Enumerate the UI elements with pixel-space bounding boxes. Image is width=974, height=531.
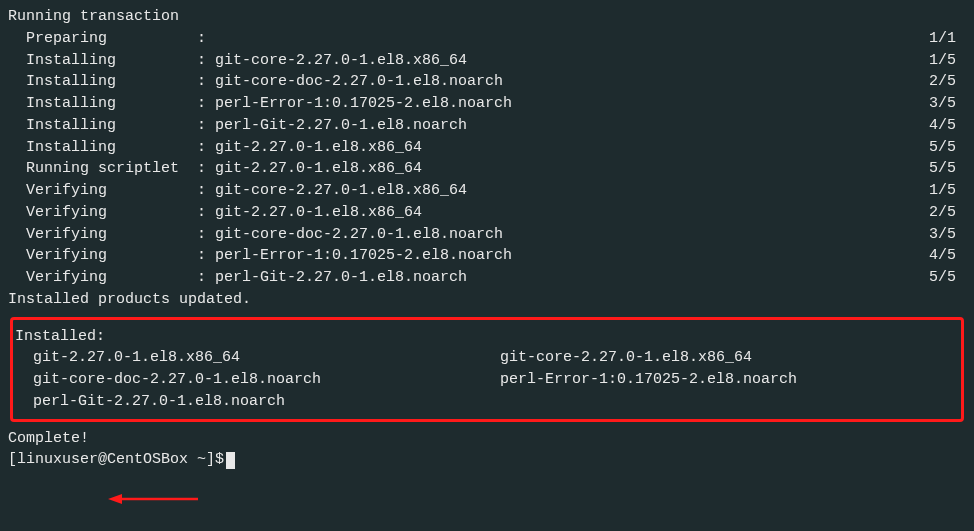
colon: : bbox=[197, 158, 215, 180]
package-name: git-core-2.27.0-1.el8.x86_64 bbox=[215, 50, 929, 72]
action-label: Installing bbox=[26, 93, 197, 115]
colon: : bbox=[197, 267, 215, 289]
action-label: Verifying bbox=[26, 224, 197, 246]
cursor-block-icon bbox=[226, 452, 235, 469]
progress-counter: 5/5 bbox=[929, 158, 966, 180]
package-name: git-core-2.27.0-1.el8.x86_64 bbox=[215, 180, 929, 202]
package-name: git-2.27.0-1.el8.x86_64 bbox=[215, 137, 929, 159]
action-label: Installing bbox=[26, 50, 197, 72]
arrow-annotation-icon bbox=[108, 492, 198, 506]
colon: : bbox=[197, 50, 215, 72]
installed-grid: git-2.27.0-1.el8.x86_64 git-core-2.27.0-… bbox=[15, 347, 959, 412]
action-label: Installing bbox=[26, 71, 197, 93]
progress-counter: 2/5 bbox=[929, 202, 966, 224]
transaction-row: Verifying: perl-Error-1:0.17025-2.el8.no… bbox=[8, 245, 966, 267]
action-label: Running scriptlet bbox=[26, 158, 197, 180]
transaction-row: Running scriptlet: git-2.27.0-1.el8.x86_… bbox=[8, 158, 966, 180]
transaction-lines: Preparing:1/1 Installing: git-core-2.27.… bbox=[8, 28, 966, 289]
transaction-row: Verifying: git-core-doc-2.27.0-1.el8.noa… bbox=[8, 224, 966, 246]
progress-counter: 2/5 bbox=[929, 71, 966, 93]
colon: : bbox=[197, 137, 215, 159]
package-name: perl-Error-1:0.17025-2.el8.noarch bbox=[215, 245, 929, 267]
installed-item: git-core-2.27.0-1.el8.x86_64 bbox=[500, 347, 959, 369]
installed-item: git-2.27.0-1.el8.x86_64 bbox=[33, 347, 492, 369]
installed-header: Installed: bbox=[15, 326, 959, 348]
transaction-row: Verifying: git-2.27.0-1.el8.x86_642/5 bbox=[8, 202, 966, 224]
package-name: perl-Git-2.27.0-1.el8.noarch bbox=[215, 267, 929, 289]
transaction-row: Installing: git-core-doc-2.27.0-1.el8.no… bbox=[8, 71, 966, 93]
transaction-row: Installing: perl-Git-2.27.0-1.el8.noarch… bbox=[8, 115, 966, 137]
colon: : bbox=[197, 245, 215, 267]
package-name: git-core-doc-2.27.0-1.el8.noarch bbox=[215, 224, 929, 246]
colon: : bbox=[197, 71, 215, 93]
svg-marker-1 bbox=[108, 494, 122, 504]
installed-item: perl-Error-1:0.17025-2.el8.noarch bbox=[500, 369, 959, 391]
action-label: Installing bbox=[26, 137, 197, 159]
progress-counter: 4/5 bbox=[929, 115, 966, 137]
transaction-row: Installing: git-core-2.27.0-1.el8.x86_64… bbox=[8, 50, 966, 72]
installed-item: perl-Git-2.27.0-1.el8.noarch bbox=[33, 391, 492, 413]
action-label: Verifying bbox=[26, 245, 197, 267]
action-label: Verifying bbox=[26, 180, 197, 202]
progress-counter: 5/5 bbox=[929, 267, 966, 289]
progress-counter: 5/5 bbox=[929, 137, 966, 159]
colon: : bbox=[197, 115, 215, 137]
progress-counter: 1/5 bbox=[929, 50, 966, 72]
package-name: perl-Git-2.27.0-1.el8.noarch bbox=[215, 115, 929, 137]
colon: : bbox=[197, 202, 215, 224]
package-name bbox=[215, 28, 929, 50]
action-label: Verifying bbox=[26, 267, 197, 289]
products-updated: Installed products updated. bbox=[8, 289, 966, 311]
package-name: git-core-doc-2.27.0-1.el8.noarch bbox=[215, 71, 929, 93]
package-name: git-2.27.0-1.el8.x86_64 bbox=[215, 158, 929, 180]
progress-counter: 4/5 bbox=[929, 245, 966, 267]
installed-highlight-box: Installed: git-2.27.0-1.el8.x86_64 git-c… bbox=[10, 317, 964, 422]
progress-counter: 1/5 bbox=[929, 180, 966, 202]
transaction-row: Installing: git-2.27.0-1.el8.x86_645/5 bbox=[8, 137, 966, 159]
progress-counter: 3/5 bbox=[929, 93, 966, 115]
colon: : bbox=[197, 93, 215, 115]
package-name: git-2.27.0-1.el8.x86_64 bbox=[215, 202, 929, 224]
package-name: perl-Error-1:0.17025-2.el8.noarch bbox=[215, 93, 929, 115]
complete-message: Complete! bbox=[8, 428, 966, 450]
transaction-row: Verifying: perl-Git-2.27.0-1.el8.noarch5… bbox=[8, 267, 966, 289]
progress-counter: 3/5 bbox=[929, 224, 966, 246]
prompt-line[interactable]: [linuxuser@CentOSBox ~]$ bbox=[8, 449, 966, 471]
colon: : bbox=[197, 224, 215, 246]
action-label: Installing bbox=[26, 115, 197, 137]
installed-item: git-core-doc-2.27.0-1.el8.noarch bbox=[33, 369, 492, 391]
colon: : bbox=[197, 28, 215, 50]
transaction-row: Installing: perl-Error-1:0.17025-2.el8.n… bbox=[8, 93, 966, 115]
action-label: Verifying bbox=[26, 202, 197, 224]
transaction-row: Verifying: git-core-2.27.0-1.el8.x86_641… bbox=[8, 180, 966, 202]
action-label: Preparing bbox=[26, 28, 197, 50]
transaction-row: Preparing:1/1 bbox=[8, 28, 966, 50]
colon: : bbox=[197, 180, 215, 202]
shell-prompt: [linuxuser@CentOSBox ~]$ bbox=[8, 449, 224, 471]
transaction-header: Running transaction bbox=[8, 6, 966, 28]
progress-counter: 1/1 bbox=[929, 28, 966, 50]
